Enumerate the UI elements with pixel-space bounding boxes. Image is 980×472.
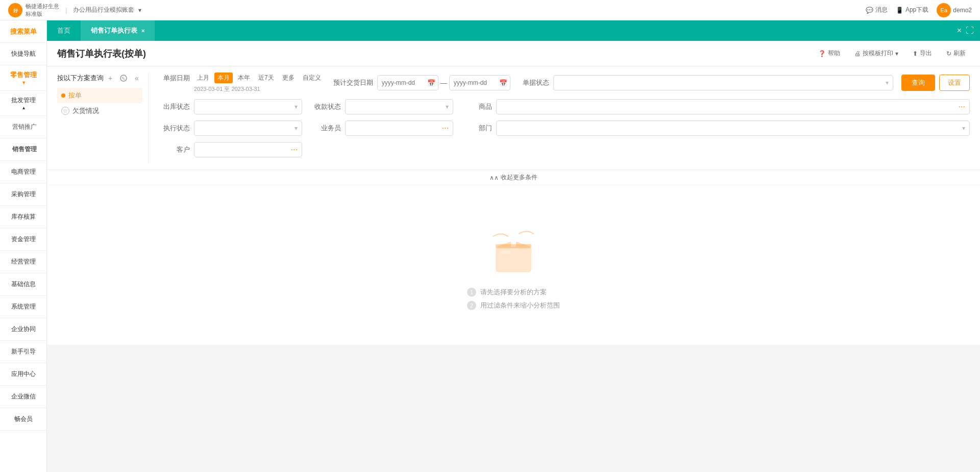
empty-svg	[483, 216, 544, 277]
filter-row-3: 执行状态 ▾ 业务员 ···	[159, 121, 970, 136]
print-button[interactable]: 🖨 按模板打印 ▾	[850, 47, 902, 60]
out-status-dropdown[interactable]: ▾	[194, 99, 302, 114]
sidebar-item-wholesale[interactable]: 批发管理 ▴	[0, 91, 46, 116]
salesperson-ellipsis[interactable]: ···	[442, 124, 449, 133]
date-tabs: 上月 本月 本年 近7天 更多 自定义	[194, 73, 324, 83]
print-dropdown-icon: ▾	[895, 50, 898, 57]
scheme-item-欠货情况[interactable]: ⊙ 欠货情况	[57, 103, 142, 119]
date-tab-this-year[interactable]: 本年	[235, 73, 253, 83]
doc-status-dropdown[interactable]: ▾	[553, 75, 893, 90]
svg-rect-5	[496, 244, 531, 248]
collapse-icon: ∧∧	[489, 174, 499, 181]
export-icon: ⬆	[913, 50, 918, 57]
exec-status-dropdown[interactable]: ▾	[194, 121, 302, 136]
sidebar-item-ecommerce[interactable]: 电商管理	[0, 161, 46, 183]
sidebar-item-marketing[interactable]: 营销推广	[0, 116, 46, 138]
top-bar-left: 好 畅捷通好生意 标准版 | 办公用品行业模拟账套 ▾	[8, 3, 141, 17]
filter-main: 单据日期 上月 本月 本年 近7天 更多 自定义	[149, 73, 970, 163]
breadcrumb-dropdown-icon[interactable]: ▾	[138, 7, 141, 14]
filter-sidebar-header: 按以下方案查询 + ✎ «	[57, 73, 142, 84]
svg-text:✎: ✎	[121, 76, 126, 81]
step-1-icon: 1	[467, 288, 476, 297]
sidebar-item-purchase[interactable]: 采购管理	[0, 183, 46, 206]
sidebar-item-app-center[interactable]: 应用中心	[0, 363, 46, 386]
sidebar-item-vip[interactable]: 畅会员	[0, 408, 46, 431]
expected-date-start[interactable]	[377, 75, 438, 90]
dept-dropdown[interactable]: ▾	[496, 121, 970, 136]
page-header-actions: ❓ 帮助 🖨 按模板打印 ▾ ⬆ 导出 ↻ 刷新	[814, 47, 970, 60]
sidebar-item-sales-mgmt[interactable]: 销售管理	[0, 138, 46, 161]
doc-status-dropdown-arrow: ▾	[886, 79, 889, 86]
sidebar-item-search[interactable]: 搜索菜单	[0, 20, 46, 43]
dept-label: 部门	[461, 124, 492, 133]
doc-status-label: 单据状态	[519, 78, 549, 87]
app-download-button[interactable]: 📱 App下载	[896, 6, 928, 14]
logo-icon: 好	[8, 3, 22, 17]
minimize-icon[interactable]: ×	[957, 26, 962, 35]
collapse-bar[interactable]: ∧∧ 收起更多条件	[47, 170, 980, 185]
salesperson-dropdown[interactable]: ···	[345, 121, 453, 136]
empty-illustration	[483, 216, 544, 277]
tab-home[interactable]: 首页	[47, 20, 81, 41]
date-tab-7days[interactable]: 近7天	[255, 73, 277, 83]
user-menu[interactable]: Ea demo2	[937, 3, 972, 17]
goods-label: 商品	[461, 102, 492, 111]
filter-row-1: 单据日期 上月 本月 本年 近7天 更多 自定义	[159, 73, 970, 93]
customer-label: 客户	[159, 145, 190, 154]
help-icon: ❓	[818, 50, 826, 57]
refresh-button[interactable]: ↻ 刷新	[942, 47, 970, 60]
date-tab-custom[interactable]: 自定义	[300, 73, 324, 83]
empty-step-2: 2 用过滤条件来缩小分析范围	[467, 301, 560, 310]
edit-scheme-button[interactable]: ✎	[118, 73, 129, 84]
main-layout: 搜索菜单 快捷导航 零售管理 ▾ 批发管理 ▴ 营销推广 销售管理 电商管理 采…	[0, 20, 980, 472]
exec-status-arrow: ▾	[295, 125, 298, 132]
message-button[interactable]: 💬 消息	[866, 6, 888, 14]
settings-button[interactable]: 设置	[939, 75, 970, 91]
dept-arrow: ▾	[962, 125, 965, 132]
empty-text-list: 1 请先选择要分析的方案 2 用过滤条件来缩小分析范围	[467, 288, 560, 314]
download-icon: 📱	[896, 7, 903, 14]
receive-status-arrow: ▾	[446, 103, 449, 110]
add-scheme-button[interactable]: +	[105, 73, 116, 84]
svg-text:好: 好	[13, 8, 18, 13]
sidebar-item-basic-info[interactable]: 基础信息	[0, 273, 46, 296]
export-button[interactable]: ⬆ 导出	[909, 47, 936, 60]
out-status-arrow: ▾	[295, 103, 298, 110]
top-bar: 好 畅捷通好生意 标准版 | 办公用品行业模拟账套 ▾ 💬 消息 📱 App下载…	[0, 0, 980, 20]
sidebar-item-enterprise[interactable]: 企业协同	[0, 318, 46, 341]
tab-close-icon[interactable]: ×	[141, 28, 144, 34]
date-tab-more[interactable]: 更多	[279, 73, 298, 83]
receive-status-label: 收款状态	[310, 102, 341, 111]
sidebar-item-operations[interactable]: 经营管理	[0, 251, 46, 273]
sidebar-item-newbie[interactable]: 新手引导	[0, 341, 46, 363]
help-button[interactable]: ❓ 帮助	[814, 47, 844, 60]
active-dot-icon	[61, 93, 65, 98]
customer-dropdown[interactable]: ···	[194, 142, 302, 157]
query-button[interactable]: 查询	[901, 75, 935, 91]
action-row: 查询 设置	[901, 75, 970, 91]
goods-ellipsis[interactable]: ···	[959, 102, 965, 111]
content-area: 首页 销售订单执行表 × × ⛶ 销售订单执行表(按单) ❓ 帮助	[47, 20, 980, 472]
sidebar-item-finance[interactable]: 资金管理	[0, 228, 46, 251]
date-tab-this-month[interactable]: 本月	[214, 73, 233, 83]
tab-bar-actions: × ⛶	[957, 26, 980, 35]
sidebar-item-retail[interactable]: 零售管理 ▾	[0, 65, 46, 91]
receive-status-dropdown[interactable]: ▾	[345, 99, 453, 114]
page-content: 销售订单执行表(按单) ❓ 帮助 🖨 按模板打印 ▾ ⬆ 导出	[47, 41, 980, 472]
expected-date-end[interactable]	[449, 75, 510, 90]
tab-active[interactable]: 销售订单执行表 ×	[81, 20, 155, 41]
expected-date-start-wrapper: 📅	[377, 75, 438, 90]
collapse-sidebar-button[interactable]: «	[131, 73, 142, 84]
salesperson-label: 业务员	[310, 124, 341, 133]
date-tab-last-month[interactable]: 上月	[194, 73, 212, 83]
goods-dropdown[interactable]: ···	[496, 99, 970, 114]
scheme-item-按单[interactable]: 按单	[57, 88, 142, 103]
sidebar-item-inventory[interactable]: 库存核算	[0, 206, 46, 228]
refresh-icon: ↻	[946, 50, 951, 57]
maximize-icon[interactable]: ⛶	[966, 26, 974, 35]
sidebar-item-system[interactable]: 系统管理	[0, 296, 46, 318]
sidebar-item-enterprise-wechat[interactable]: 企业微信	[0, 386, 46, 408]
customer-ellipsis[interactable]: ···	[291, 145, 298, 154]
sidebar-item-quick-nav[interactable]: 快捷导航	[0, 43, 46, 65]
top-bar-right: 💬 消息 📱 App下载 Ea demo2	[866, 3, 972, 17]
